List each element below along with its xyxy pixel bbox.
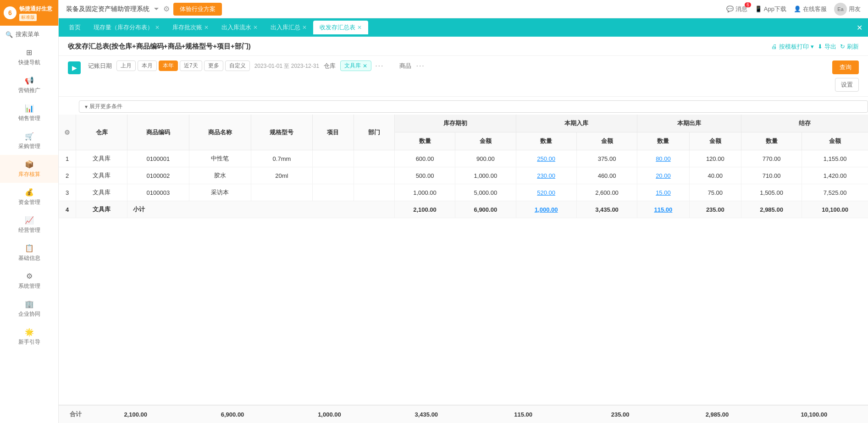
cell-out-qty[interactable]: 80.00 bbox=[637, 150, 689, 167]
cell-in-qty[interactable]: 250.00 bbox=[516, 150, 576, 167]
sidebar-item-basic-info[interactable]: 📋 基础信息 bbox=[0, 239, 58, 267]
online-service-item[interactable]: 👤 在线客服 bbox=[794, 5, 827, 13]
subtotal-in-qty[interactable]: 1,000.00 bbox=[516, 201, 576, 218]
footer-balance-amount: 10,100.00 bbox=[766, 411, 862, 418]
cell-balance-amount: 7,525.00 bbox=[802, 184, 868, 201]
warehouse-tag-close[interactable]: ✕ bbox=[363, 63, 367, 69]
print-btn[interactable]: 🖨 按模板打印 ▾ bbox=[771, 43, 814, 51]
refresh-btn[interactable]: ↻ 刷新 bbox=[840, 43, 859, 51]
goods-more-dots[interactable]: ··· bbox=[416, 62, 425, 70]
date-range-display: 2023-01-01 至 2023-12-31 bbox=[254, 62, 319, 70]
cell-in-amount: 460.00 bbox=[576, 167, 637, 184]
search-icon: 🔍 bbox=[6, 31, 13, 38]
tab-close-batch[interactable]: ✕ bbox=[204, 24, 209, 31]
warehouse-more-dots[interactable]: ··· bbox=[375, 62, 384, 70]
subtotal-balance-amount: 10,100.00 bbox=[802, 201, 868, 218]
filter-row-warehouse: 仓库 文具库 ✕ ··· 商品 ··· bbox=[324, 60, 425, 71]
experience-button[interactable]: 体验行业方案 bbox=[173, 3, 222, 16]
tab-stock-dist[interactable]: 现存量（库存分布表） ✕ bbox=[87, 21, 166, 34]
date-btn-up[interactable]: 上月 bbox=[116, 60, 136, 71]
tab-bar-close-button[interactable]: ✕ bbox=[855, 22, 864, 34]
footer-in-qty: 1,000.00 bbox=[281, 411, 378, 418]
tab-stock-summary[interactable]: 收发存汇总表 ✕ bbox=[313, 21, 368, 34]
tab-close-inout-flow[interactable]: ✕ bbox=[253, 24, 258, 31]
cell-out-qty[interactable]: 20.00 bbox=[637, 167, 689, 184]
date-btn-current[interactable]: 本月 bbox=[138, 60, 157, 71]
tab-inout-summary[interactable]: 出入库汇总 ✕ bbox=[264, 21, 313, 34]
tab-home[interactable]: 首页 bbox=[62, 21, 87, 34]
sidebar-item-inventory[interactable]: 📦 库存核算 bbox=[0, 155, 58, 183]
cell-balance-qty: 1,505.00 bbox=[741, 184, 802, 201]
cell-in-qty[interactable]: 520.00 bbox=[516, 184, 576, 201]
tab-batch[interactable]: 库存批次账 ✕ bbox=[166, 21, 215, 34]
data-table: ⚙ 仓库 商品编码 商品名称 规格型号 项目 部门 库存期初 本期入库 本期出 bbox=[59, 115, 868, 218]
expand-more-conditions-btn[interactable]: ▾ 展开更多条件 bbox=[79, 100, 868, 113]
tab-close-stock-dist[interactable]: ✕ bbox=[155, 24, 160, 31]
subtotal-out-qty[interactable]: 115.00 bbox=[637, 201, 689, 218]
cell-out-qty[interactable]: 15.00 bbox=[637, 184, 689, 201]
date-filter-label: 记账日期 bbox=[88, 62, 112, 70]
logo-text: 畅捷通好生意 标准版 bbox=[19, 5, 52, 21]
export-btn[interactable]: ⬇ 导出 bbox=[818, 43, 836, 51]
sidebar-item-enterprise[interactable]: 🏢 企业协同 bbox=[0, 295, 58, 323]
sidebar-item-marketing[interactable]: 📢 营销推广 bbox=[0, 71, 58, 99]
cell-project bbox=[313, 184, 354, 201]
cell-balance-amount: 1,420.00 bbox=[802, 167, 868, 184]
cell-in-qty[interactable]: 230.00 bbox=[516, 167, 576, 184]
top-header: 装备及固定资产辅助管理系统 ⚙ 体验行业方案 💬 消息 6 📱 App下载 bbox=[59, 0, 868, 18]
sidebar-item-purchase[interactable]: 🛒 采购管理 bbox=[0, 127, 58, 155]
tab-inout-flow[interactable]: 出入库流水 ✕ bbox=[215, 21, 264, 34]
system-selector[interactable] bbox=[153, 6, 160, 12]
page-actions: 🖨 按模板打印 ▾ ⬇ 导出 ↻ 刷新 bbox=[771, 43, 859, 51]
footer-label: 合计 bbox=[64, 410, 87, 418]
th-project: 项目 bbox=[313, 115, 354, 150]
search-menu-item[interactable]: 🔍 搜索菜单 bbox=[0, 26, 58, 43]
sidebar-item-system[interactable]: ⚙ 系统管理 bbox=[0, 267, 58, 295]
th-warehouse: 仓库 bbox=[76, 115, 127, 150]
main-content: 装备及固定资产辅助管理系统 ⚙ 体验行业方案 💬 消息 6 📱 App下载 bbox=[59, 0, 868, 423]
export-icon: ⬇ bbox=[818, 43, 823, 50]
date-btn-custom[interactable]: 自定义 bbox=[225, 60, 250, 71]
subtotal-no: 4 bbox=[59, 201, 76, 218]
header-left: 装备及固定资产辅助管理系统 ⚙ 体验行业方案 bbox=[66, 3, 222, 16]
query-button[interactable]: 查询 bbox=[832, 60, 859, 74]
subtotal-opening-amount: 6,900.00 bbox=[455, 201, 516, 218]
cell-balance-qty: 710.00 bbox=[741, 167, 802, 184]
cell-goods-code: 0100002 bbox=[127, 167, 189, 184]
header-right: 💬 消息 6 📱 App下载 👤 在线客服 Ea 用友 bbox=[726, 3, 861, 16]
operations-icon: 📈 bbox=[25, 215, 34, 225]
sidebar-item-quick-nav[interactable]: ⊞ 快捷导航 bbox=[0, 43, 58, 71]
cell-goods-spec: 20ml bbox=[251, 167, 313, 184]
th-settings: ⚙ bbox=[59, 115, 76, 150]
page-content: 收发存汇总表(按仓库+商品编码+商品+规格型号+项目+部门) 🖨 按模板打印 ▾… bbox=[59, 37, 868, 423]
app-download-item[interactable]: 📱 App下载 bbox=[755, 5, 786, 13]
tab-close-inout-summary[interactable]: ✕ bbox=[302, 24, 307, 31]
footer-out-qty: 115.00 bbox=[475, 411, 572, 418]
purchase-icon: 🛒 bbox=[25, 132, 34, 141]
sidebar-item-operations[interactable]: 📈 经营管理 bbox=[0, 211, 58, 239]
date-btn-current-year[interactable]: 本年 bbox=[159, 60, 178, 71]
cell-goods-spec bbox=[251, 184, 313, 201]
service-icon: 👤 bbox=[794, 5, 801, 12]
notifications-item[interactable]: 💬 消息 6 bbox=[726, 5, 747, 13]
date-btn-more[interactable]: 更多 bbox=[204, 60, 223, 71]
warehouse-tag-group: 文具库 ✕ ··· bbox=[340, 60, 384, 71]
cell-no: 3 bbox=[59, 184, 76, 201]
setting-button[interactable]: 设置 bbox=[835, 78, 859, 92]
finance-icon: 💰 bbox=[25, 187, 34, 197]
filter-toggle-btn[interactable]: ▶ bbox=[68, 61, 81, 74]
sidebar-item-finance[interactable]: 💰 资金管理 bbox=[0, 183, 58, 211]
column-settings-icon[interactable]: ⚙ bbox=[64, 129, 70, 136]
th-opening-group: 库存期初 bbox=[394, 115, 516, 132]
settings-gear-icon[interactable]: ⚙ bbox=[163, 5, 170, 13]
tab-close-stock-summary[interactable]: ✕ bbox=[357, 24, 362, 31]
subtotal-in-amount: 3,435.00 bbox=[576, 201, 637, 218]
sidebar: 6 畅捷通好生意 标准版 🔍 搜索菜单 ⊞ 快捷导航 📢 营销推广 📊 销售管理… bbox=[0, 0, 59, 423]
user-item[interactable]: Ea 用友 bbox=[834, 3, 861, 16]
sidebar-item-sales[interactable]: 📊 销售管理 bbox=[0, 99, 58, 127]
date-btn-7days[interactable]: 近7天 bbox=[180, 60, 202, 71]
th-goods-code: 商品编码 bbox=[127, 115, 189, 150]
sidebar-item-guide[interactable]: 🌟 新手引导 bbox=[0, 323, 58, 351]
cell-project bbox=[313, 167, 354, 184]
th-in-qty: 数量 bbox=[516, 132, 576, 150]
